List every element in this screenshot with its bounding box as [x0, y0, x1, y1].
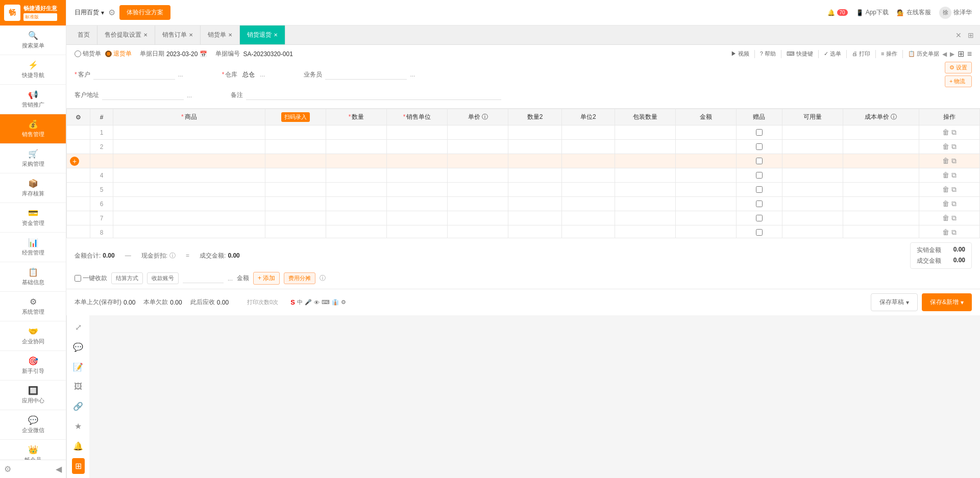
sidebar-item-guide[interactable]: 🎯 新手引导	[0, 351, 66, 381]
row-1-unit[interactable]	[387, 125, 448, 140]
right-panel-image[interactable]: 🖼	[71, 379, 85, 394]
sidebar-item-system[interactable]: ⚙ 系统管理	[0, 292, 66, 321]
r5-p[interactable]	[113, 183, 265, 197]
r4-del[interactable]: 🗑	[942, 171, 949, 180]
tab-sales-order-close[interactable]: ✕	[189, 32, 193, 38]
account-btn[interactable]: 收款账号	[147, 272, 179, 284]
r6-gift-cb[interactable]	[756, 200, 763, 207]
row-2-gift-cb[interactable]	[756, 143, 763, 150]
sidebar-item-basic[interactable]: 📋 基础信息	[0, 262, 66, 292]
r8-del[interactable]: 🗑	[942, 228, 949, 237]
tab-sales-delivery-close[interactable]: ✕	[228, 32, 232, 38]
row-1-amount[interactable]	[676, 125, 737, 140]
header-gear-icon[interactable]: ⚙	[108, 8, 115, 17]
select-action[interactable]: ✓ 选单	[824, 50, 841, 58]
row-1-pack[interactable]	[615, 125, 675, 140]
sidebar-collapse-btn[interactable]: ◀	[56, 464, 62, 474]
sidebar-item-wechat[interactable]: 💬 企业微信	[0, 410, 66, 440]
staff-input[interactable]	[325, 70, 407, 80]
row-1-available[interactable]	[782, 125, 843, 140]
add-row-btn[interactable]: +	[70, 157, 79, 166]
row-2-cost[interactable]	[843, 140, 919, 154]
row-3-gift-cb[interactable]	[756, 158, 763, 164]
video-action[interactable]: ▶ 视频	[731, 50, 749, 58]
row-3-unit2[interactable]	[561, 154, 615, 168]
row-2-qty2[interactable]	[508, 140, 561, 154]
radio-return-input[interactable]	[105, 51, 112, 57]
row-3-qty2[interactable]	[508, 154, 561, 168]
sidebar-item-sales[interactable]: 💰 销售管理	[0, 114, 66, 144]
row-3-copy-icon[interactable]: ⧉	[951, 157, 957, 165]
right-panel-active[interactable]: ⊞	[72, 458, 85, 474]
sidebar-item-search[interactable]: 🔍 搜索菜单	[0, 26, 66, 55]
row-1-delete-icon[interactable]: 🗑	[942, 128, 949, 137]
tabs-close-all-btn[interactable]: ✕	[953, 29, 964, 41]
history-prev-icon[interactable]: ◀	[942, 51, 947, 58]
r4-u[interactable]	[387, 168, 448, 183]
row-2-unit2[interactable]	[561, 140, 615, 154]
row-3-product-input[interactable]	[116, 158, 262, 165]
r5-del[interactable]: 🗑	[942, 185, 949, 194]
row-2-unit[interactable]	[387, 140, 448, 154]
row-2-amount[interactable]	[676, 140, 737, 154]
r4-p[interactable]	[113, 168, 265, 183]
r8-gift-cb[interactable]	[756, 229, 763, 236]
fee-info-icon[interactable]: ⓘ	[320, 274, 326, 283]
sidebar-item-finance[interactable]: 💳 资金管理	[0, 203, 66, 233]
row-1-qty[interactable]	[326, 125, 386, 140]
warehouse-dots[interactable]: ...	[260, 71, 265, 78]
one-key-payment-cb[interactable]: 一键收款	[75, 274, 107, 283]
r4-q[interactable]	[326, 168, 386, 183]
r8-copy[interactable]: ⧉	[951, 228, 957, 237]
row-1-gift-cb[interactable]	[756, 129, 763, 136]
cash-discount-info-icon[interactable]: ⓘ	[169, 251, 176, 260]
sidebar-item-purchase[interactable]: 🛒 采购管理	[0, 144, 66, 173]
row-1-unit2[interactable]	[561, 125, 615, 140]
tab-home[interactable]: 首页	[70, 26, 97, 44]
one-key-payment-checkbox[interactable]	[75, 275, 81, 282]
notification-item[interactable]: 🔔 70	[827, 9, 848, 16]
app-download-item[interactable]: 📱 App下载	[856, 8, 889, 17]
row-1-cost[interactable]	[843, 125, 919, 140]
logistics-btn[interactable]: + 物流	[945, 76, 972, 87]
tab-sales-return-close[interactable]: ✕	[274, 32, 278, 38]
history-next-icon[interactable]: ▶	[950, 51, 954, 58]
row-3-unit[interactable]	[387, 154, 448, 168]
row-3-delete-icon[interactable]: 🗑	[942, 157, 949, 165]
row-1-qty2[interactable]	[508, 125, 561, 140]
staff-dots[interactable]: ...	[410, 71, 415, 78]
settings-btn[interactable]: ⚙ 设置	[945, 62, 972, 73]
right-panel-bell[interactable]: 🔔	[70, 438, 86, 454]
row-3-price[interactable]	[448, 154, 508, 168]
sidebar-item-marketing[interactable]: 📢 营销推广	[0, 85, 66, 114]
tab-sales-return[interactable]: 销货退货 ✕	[240, 26, 285, 44]
row-2-price[interactable]	[448, 140, 508, 154]
r5-copy[interactable]: ⧉	[951, 185, 957, 194]
row-3-product[interactable]	[113, 154, 265, 168]
tab-sales-order[interactable]: 销售订单 ✕	[155, 26, 201, 44]
category-select[interactable]: 日用百货 ▾	[75, 8, 104, 17]
history-action[interactable]: 📋 历史单据	[908, 50, 939, 58]
sidebar-item-shortcut[interactable]: ⚡ 快捷导航	[0, 55, 66, 85]
account-num-input[interactable]	[183, 273, 224, 283]
account-dots[interactable]: ...	[228, 275, 233, 282]
row-3-available[interactable]	[782, 154, 843, 168]
online-service-item[interactable]: 💁 在线客服	[897, 8, 931, 17]
user-item[interactable]: 徐 徐泽华	[939, 7, 972, 19]
tab-sales-delivery[interactable]: 销货单 ✕	[201, 26, 240, 44]
sidebar-item-member[interactable]: 👑 畅会员	[0, 440, 66, 460]
calendar-icon[interactable]: 📅	[200, 51, 207, 58]
right-panel-note[interactable]: 📝	[70, 359, 86, 375]
trial-btn[interactable]: 体验行业方案	[119, 5, 170, 20]
r7-copy[interactable]: ⧉	[951, 214, 957, 222]
r5-gift-cb[interactable]	[756, 186, 763, 193]
table-scroll[interactable]: ⚙ # 商品 扫码录入 数量 销售单位 单价 ⓘ 数量2 单位2 包装数量	[66, 109, 980, 238]
radio-return[interactable]: 退货单	[105, 49, 132, 58]
row-2-available[interactable]	[782, 140, 843, 154]
row-2-copy-icon[interactable]: ⧉	[951, 142, 957, 151]
save-new-btn[interactable]: 保存&新增 ▾	[922, 293, 972, 311]
sidebar-settings-btn[interactable]: ⚙	[4, 464, 11, 474]
tab-price-settings-close[interactable]: ✕	[143, 32, 148, 38]
row-3-cost[interactable]	[843, 154, 919, 168]
row-2-qty[interactable]	[326, 140, 386, 154]
